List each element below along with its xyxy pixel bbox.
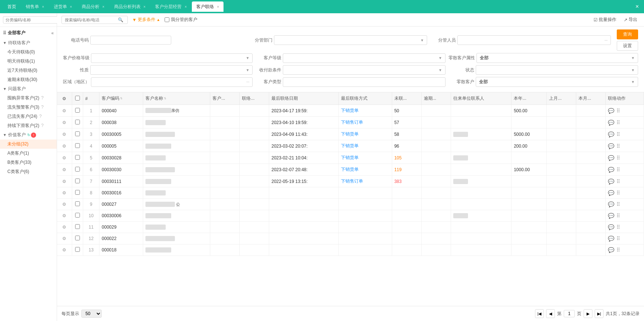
nature-select[interactable]: ▼ (90, 65, 253, 75)
last-method-link[interactable]: 下销货单 (341, 167, 359, 172)
payment-select[interactable]: ▼ (283, 65, 445, 75)
close-analysis-tab[interactable]: × (102, 5, 105, 9)
row-checkbox[interactable] (72, 199, 83, 210)
more-action-icon[interactable]: ⠿ (616, 108, 620, 114)
tab-home[interactable]: 首页 (3, 1, 21, 12)
phone-input[interactable] (90, 36, 171, 45)
row-gear[interactable]: ⚙ (57, 187, 72, 199)
row-gear[interactable]: ⚙ (57, 152, 72, 164)
problem-customer-group[interactable]: ▼ 问题客户 (0, 84, 57, 94)
sidebar-item-a-class[interactable]: A类客户(1) (0, 149, 57, 158)
export-btn[interactable]: ↗ 导出 (622, 15, 640, 24)
row-checkbox[interactable] (72, 152, 83, 164)
more-action-icon[interactable]: ⠿ (616, 190, 620, 196)
row-checkbox[interactable] (72, 233, 83, 244)
tab-analysis-list[interactable]: 商品分析列表 × (110, 1, 150, 12)
main-search-icon[interactable]: 🔍 (118, 17, 123, 22)
contact-action-icon[interactable]: 💬 (608, 247, 614, 253)
row-checkbox[interactable] (72, 128, 83, 140)
last-method-link[interactable]: 下销货单 (341, 155, 359, 160)
price-level-select[interactable]: ▼ (91, 53, 253, 63)
next-page-btn[interactable]: ▶ (584, 309, 592, 318)
last-method-link[interactable]: 下销货单 (341, 131, 359, 137)
sidebar-item-ungrouped[interactable]: 未分组(32) (0, 140, 57, 149)
last-method-link[interactable]: 下销售订单 (341, 179, 363, 184)
row-checkbox[interactable] (72, 164, 83, 176)
sidebar-item-overdue[interactable]: 逾期未联络(30) (0, 75, 57, 84)
last-page-btn[interactable]: ▶| (595, 309, 603, 318)
row-gear[interactable]: ⚙ (57, 210, 72, 222)
row-checkbox[interactable] (72, 105, 83, 117)
row-gear[interactable]: ⚙ (57, 244, 72, 256)
row-gear[interactable]: ⚙ (57, 233, 72, 244)
tab-sales[interactable]: 销售单 × (21, 1, 49, 12)
contact-action-icon[interactable]: 💬 (608, 201, 614, 207)
sidebar-item-churn-warning[interactable]: 流失预警客户(3) ? (0, 103, 57, 112)
close-customer-contact-tab[interactable]: × (217, 5, 219, 9)
more-action-icon[interactable]: ⠿ (616, 155, 620, 161)
row-gear[interactable]: ⚙ (57, 128, 72, 140)
status-select[interactable]: ▼ (476, 65, 638, 75)
row-gear[interactable]: ⚙ (57, 176, 72, 187)
col-code[interactable]: 客户编码 ⇅ (99, 92, 143, 105)
query-button[interactable]: 查询 (617, 29, 638, 39)
close-analysis-list-tab[interactable]: × (144, 5, 146, 9)
more-action-icon[interactable]: ⠿ (616, 247, 620, 253)
more-action-icon[interactable]: ⠿ (616, 167, 620, 173)
row-checkbox[interactable] (72, 140, 83, 152)
contact-action-icon[interactable]: 💬 (608, 120, 614, 126)
more-action-icon[interactable]: ⠿ (616, 213, 620, 219)
reset-button[interactable]: 设置 (617, 41, 638, 51)
last-method-link[interactable]: 下销售订单 (341, 120, 363, 125)
tab-purchase[interactable]: 进货单 × (49, 1, 77, 12)
retail-customer-select[interactable]: 全部 ▼ (476, 77, 638, 87)
contact-action-icon[interactable]: 💬 (608, 143, 614, 149)
customer-type-select[interactable] (283, 77, 445, 87)
per-page-select[interactable]: 50 100 200 (81, 310, 102, 318)
row-checkbox[interactable] (72, 222, 83, 233)
contact-action-icon[interactable]: 💬 (608, 224, 614, 230)
sidebar-item-hoarding[interactable]: 囤购异常客户(2) ? (0, 94, 57, 103)
sidebar-item-7days[interactable]: 近7天待联络(0) (0, 66, 57, 75)
contact-action-icon[interactable]: 💬 (608, 236, 614, 241)
more-action-icon[interactable]: ⠿ (616, 201, 620, 207)
col-gear[interactable]: ⚙ (57, 92, 72, 105)
contact-action-icon[interactable]: 💬 (608, 213, 614, 219)
contact-action-icon[interactable]: 💬 (608, 131, 614, 137)
sidebar-item-declining[interactable]: 持续下滑客户(2) ? (0, 121, 57, 130)
col-name[interactable]: 客户名称 ⇅ (143, 92, 210, 105)
tab-customer-tier[interactable]: 客户分层经营 × (151, 1, 191, 12)
row-checkbox[interactable] (72, 210, 83, 222)
select-all-checkbox[interactable] (75, 96, 80, 100)
col-checkbox[interactable] (72, 92, 83, 105)
manager-select[interactable]: ··· (457, 35, 611, 45)
my-customers-checkbox[interactable] (165, 17, 169, 22)
collapse-icon[interactable]: « (51, 31, 54, 36)
last-method-link[interactable]: 下销货单 (341, 108, 359, 113)
row-checkbox[interactable] (72, 117, 83, 128)
region-select[interactable]: ··· (91, 77, 253, 87)
page-number-input[interactable] (564, 310, 575, 317)
first-page-btn[interactable]: |◀ (535, 309, 544, 318)
more-conditions-btn[interactable]: ▼ 更多条件 ▲ (132, 17, 160, 23)
close-all-tabs[interactable]: × (633, 3, 641, 10)
row-gear[interactable]: ⚙ (57, 164, 72, 176)
row-gear[interactable]: ⚙ (57, 105, 72, 117)
row-gear[interactable]: ⚙ (57, 222, 72, 233)
all-customers-header[interactable]: ⠿ 全部客户 « (0, 27, 57, 38)
tab-customer-contact[interactable]: 客户联络 × (192, 1, 224, 12)
row-gear[interactable]: ⚙ (57, 117, 72, 128)
sidebar-item-c-class[interactable]: C类客户(6) (0, 167, 57, 176)
my-customers-filter[interactable]: 我分管的客户 (165, 17, 197, 23)
more-action-icon[interactable]: ⠿ (616, 224, 620, 230)
main-search-input[interactable] (65, 18, 116, 22)
contact-action-icon[interactable]: 💬 (608, 190, 614, 196)
sidebar-item-today[interactable]: 今天待联络(0) (0, 47, 57, 57)
more-action-icon[interactable]: ⠿ (616, 131, 620, 137)
dept-select[interactable]: ▼ (274, 35, 427, 45)
more-action-icon[interactable]: ⠿ (616, 120, 620, 126)
row-checkbox[interactable] (72, 244, 83, 256)
contact-action-icon[interactable]: 💬 (608, 155, 614, 161)
sidebar-item-tomorrow[interactable]: 明天待联络(1) (0, 57, 57, 66)
close-purchase-tab[interactable]: × (70, 5, 72, 9)
